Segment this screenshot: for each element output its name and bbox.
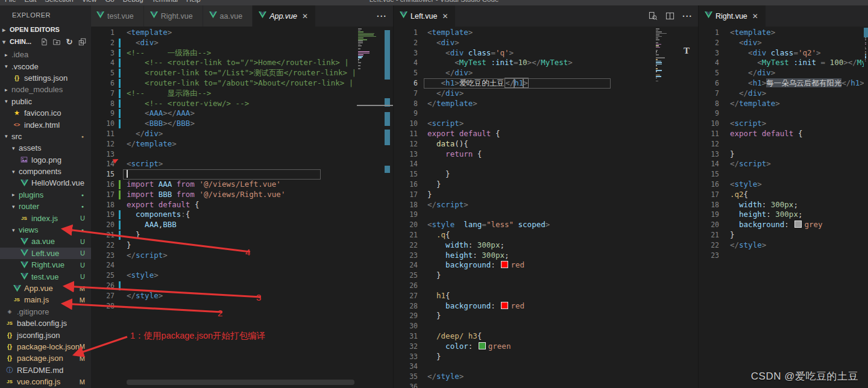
tree-item-aa.vue[interactable]: aa.vueU — [0, 236, 91, 247]
code-line-34[interactable]: 34 — [394, 361, 655, 372]
tree-item-main.js[interactable]: JSmain.jsM — [0, 294, 91, 305]
code-line-2[interactable]: 2 <div> — [394, 38, 655, 48]
code-line-16[interactable]: 16<style> — [699, 180, 864, 190]
open-editors-header[interactable]: ▸ OPEN EDITORS — [0, 23, 91, 36]
close-icon[interactable]: ✕ — [751, 12, 760, 20]
tree-item-test.vue[interactable]: test.vueU — [0, 271, 91, 282]
code-line-31[interactable]: 31 /deep/ h3{ — [394, 331, 655, 342]
tree-item-public[interactable]: ▾public — [0, 96, 91, 107]
tree-item-app.vue[interactable]: App.vueM — [0, 283, 91, 294]
code-line-26[interactable]: 26 — [90, 281, 357, 291]
code-line-1[interactable]: 1<template> — [394, 28, 655, 38]
scrollbar[interactable] — [683, 27, 691, 388]
tree-item-favicon.ico[interactable]: ★favicon.ico — [0, 107, 91, 119]
more-icon[interactable]: ··· — [377, 11, 387, 21]
tree-item-readme.md[interactable]: ⓘREADME.md — [0, 365, 91, 376]
tree-item-index.js[interactable]: JSindex.jsU — [0, 212, 91, 224]
code-line-16[interactable]: 16 } — [394, 180, 655, 190]
horizontal-scrollbar[interactable] — [127, 380, 354, 385]
code-line-24[interactable]: 24 — [90, 260, 357, 271]
code-line-17[interactable]: 17.q2{ — [699, 190, 864, 200]
new-file-icon[interactable] — [40, 37, 48, 46]
code-line-24[interactable]: 24 background: red — [394, 260, 655, 271]
tree-item-left.vue[interactable]: Left.vueU — [0, 248, 91, 259]
code-line-17[interactable]: 17import BBB from '@/views/Right.vue' — [90, 190, 357, 200]
code-line-3[interactable]: 3<!-- 一级路由--> — [90, 48, 357, 58]
code-pane[interactable]: 1<template>2 <div>3<!-- 一级路由-->4 <!-- <r… — [90, 28, 357, 311]
tree-item-.idea[interactable]: ▸.idea — [0, 49, 91, 60]
code-line-32[interactable]: 32 color: green — [394, 342, 655, 352]
scrollbar[interactable] — [863, 27, 868, 388]
code-line-20[interactable]: 20<style lang="less" scoped> — [394, 220, 655, 230]
code-line-15[interactable]: 15 — [699, 169, 864, 180]
code-line-13[interactable]: 13 return { — [394, 149, 655, 160]
code-line-18[interactable]: 18 width: 300px; — [699, 200, 864, 210]
code-line-26[interactable]: 26 — [394, 281, 655, 291]
code-line-4[interactable]: 4 <MyTest :init=10></MyTest> — [394, 58, 655, 68]
code-line-6[interactable]: 6 <h1>爱吃豆的土豆</h1> — [394, 78, 655, 89]
code-line-2[interactable]: 2 <div> — [90, 38, 357, 48]
code-line-15[interactable]: 15 } — [394, 169, 655, 180]
tree-item-settings.json[interactable]: {}settings.json — [0, 72, 91, 84]
code-line-23[interactable]: 23 — [699, 251, 864, 261]
tab-right-vue[interactable]: Right.vue✕ — [699, 5, 766, 27]
tree-item-index.html[interactable]: <>index.html — [0, 119, 91, 130]
new-folder-icon[interactable] — [52, 37, 61, 46]
code-line-5[interactable]: 5 </div> — [394, 68, 655, 78]
code-line-1[interactable]: 1<template> — [90, 28, 357, 38]
code-line-21[interactable]: 21 } — [90, 230, 357, 240]
code-line-35[interactable]: 35</style> — [394, 372, 655, 382]
code-line-12[interactable]: 12</template> — [90, 139, 357, 149]
code-line-16[interactable]: 16import AAA from '@/views/Left.vue' — [90, 180, 357, 190]
code-line-11[interactable]: 11export default { — [699, 129, 864, 139]
code-line-19[interactable]: 19 height: 300px; — [699, 210, 864, 220]
code-line-1[interactable]: 1<template> — [699, 28, 864, 38]
code-line-22[interactable]: 22} — [90, 240, 357, 251]
tree-item-babel.config.js[interactable]: JSbabel.config.js — [0, 318, 91, 329]
tree-item-logo.png[interactable]: logo.png — [0, 154, 91, 166]
code-line-20[interactable]: 20 background: grey — [699, 220, 864, 230]
code-line-8[interactable]: 8</template> — [699, 99, 864, 109]
close-icon[interactable]: ✕ — [441, 12, 449, 20]
tree-item-router[interactable]: ▾router● — [0, 201, 91, 212]
code-line-28[interactable]: 28 background: red — [394, 301, 655, 311]
code-line-6[interactable]: 6 <router-link to="/about">About</router… — [90, 78, 357, 89]
code-line-14[interactable]: 14 — [394, 159, 655, 169]
code-line-21[interactable]: 21 .q{ — [394, 230, 655, 240]
code-line-10[interactable]: 10 <BBB></BBB> — [90, 119, 357, 129]
code-pane[interactable]: 1<template>2 <div>3 <div class='q2'>4 <M… — [699, 28, 864, 260]
code-line-23[interactable]: 23 height: 300px; — [394, 251, 655, 261]
collapse-all-icon[interactable] — [78, 37, 86, 46]
code-line-22[interactable]: 22 width: 300px; — [394, 240, 655, 251]
tree-item-src[interactable]: ▾src● — [0, 131, 91, 142]
tab-test-vue[interactable]: test.vue — [90, 5, 143, 27]
code-line-9[interactable]: 9 — [699, 108, 864, 119]
code-line-10[interactable]: 10<script> — [699, 119, 864, 129]
code-line-14[interactable]: 14</script> — [699, 159, 864, 169]
code-line-5[interactable]: 5 </div> — [699, 68, 864, 78]
tree-item-node-modules[interactable]: ▸node_modules — [0, 84, 91, 95]
split-editor-icon[interactable] — [665, 11, 675, 20]
tab-app-vue[interactable]: App.vue✕ — [253, 5, 315, 27]
code-line-18[interactable]: 18</script> — [394, 200, 655, 210]
code-line-11[interactable]: 11export default { — [394, 129, 655, 139]
code-line-23[interactable]: 23</script> — [90, 251, 357, 261]
code-pane[interactable]: 1<template>2 <div>3 <div class='q'>4 <My… — [394, 28, 655, 388]
code-line-27[interactable]: 27 h1{ — [394, 291, 655, 301]
code-line-3[interactable]: 3 <div class='q'> — [394, 48, 655, 58]
code-line-14[interactable]: 14<script> — [90, 159, 357, 169]
tree-item-views[interactable]: ▾views● — [0, 224, 91, 236]
tree-item-package.json[interactable]: {}package.jsonM — [0, 352, 91, 364]
code-line-9[interactable]: 9 <AAA></AAA> — [90, 108, 357, 119]
code-line-12[interactable]: 12 data(){ — [394, 139, 655, 149]
tree-item-right.vue[interactable]: Right.vueU — [0, 259, 91, 271]
code-line-12[interactable]: 12 — [699, 139, 864, 149]
code-line-25[interactable]: 25<style> — [90, 271, 357, 281]
code-line-29[interactable]: 29 } — [394, 311, 655, 321]
code-line-15[interactable]: 15 — [90, 169, 357, 180]
code-line-20[interactable]: 20 AAA,BBB — [90, 220, 357, 230]
code-line-2[interactable]: 2 <div> — [699, 38, 864, 48]
code-line-28[interactable]: 28 — [90, 301, 357, 311]
code-line-25[interactable]: 25 } — [394, 271, 655, 281]
code-line-4[interactable]: 4 <!-- <router-link to="/">Home</router-… — [90, 58, 357, 68]
